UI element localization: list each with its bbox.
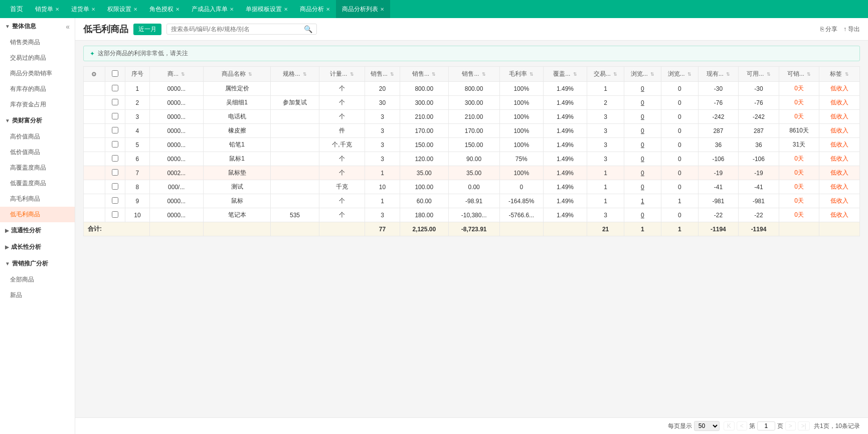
cell-browse1-1[interactable]: 0 [624,96,661,110]
cell-check-6[interactable] [105,166,125,180]
next-page-button[interactable]: > [785,421,796,430]
cell-check-9[interactable] [105,208,125,222]
last-page-button[interactable]: >| [798,421,810,430]
nav-role-close[interactable]: ✕ [176,7,180,12]
nav-permission[interactable]: 权限设置 ✕ [101,0,143,18]
nav-purchase-close[interactable]: ✕ [91,7,95,12]
sidebar-item-high-coverage[interactable]: 高覆盖度商品 [0,160,75,176]
th-spec[interactable]: 规格... ⇅ [271,67,319,82]
row-check-7[interactable] [112,183,118,190]
row-check-6[interactable] [112,169,118,176]
nav-analysis[interactable]: 商品分析 ✕ [294,0,336,18]
sidebar-item-low-value[interactable]: 低价值商品 [0,144,75,160]
th-check[interactable] [105,67,125,82]
sidebar-item-low-coverage[interactable]: 低覆盖度商品 [0,176,75,191]
cell-check-5[interactable] [105,152,125,166]
collapse-icon[interactable]: « [66,23,70,31]
sidebar-item-high-value[interactable]: 高价值商品 [0,129,75,144]
time-filter-button[interactable]: 近一月 [133,24,161,35]
cell-no-6: 7 [125,166,149,180]
nav-analysis-list-close[interactable]: ✕ [380,7,384,12]
row-check-3[interactable] [112,127,118,133]
sidebar-group-marketing[interactable]: ▼ 营销推广分析 [0,255,75,272]
th-browse1[interactable]: 浏览... ⇅ [624,67,661,82]
cell-browse1-4[interactable]: 0 [624,138,661,152]
sidebar-item-sales-goods[interactable]: 销售类商品 [0,35,75,50]
th-sales-amt[interactable]: 销售... ⇅ [448,67,499,82]
nav-analysis-list[interactable]: 商品分析列表 ✕ [336,0,390,18]
nav-product-inbound-close[interactable]: ✕ [230,7,234,12]
sidebar-item-stock-goods[interactable]: 有库存的商品 [0,81,75,97]
row-check-8[interactable] [112,197,118,204]
prev-page-button[interactable]: < [737,421,747,430]
cell-browse1-9[interactable]: 0 [624,208,661,222]
export-button[interactable]: ↑ 导出 [843,25,860,34]
page-size-select[interactable]: 50 10 20 100 [694,421,720,431]
share-button[interactable]: ⎘ 分享 [820,25,837,34]
cell-browse1-5[interactable]: 0 [624,152,661,166]
th-tag[interactable]: 标签 ⇅ [819,67,860,82]
nav-purchase[interactable]: 进货单 ✕ [65,0,101,18]
page-number-input[interactable] [757,421,775,430]
cell-check-0[interactable] [105,82,125,96]
cell-check-8[interactable] [105,194,125,208]
th-trade[interactable]: 交易... ⇅ [587,67,624,82]
cell-browse1-7[interactable]: 0 [624,180,661,194]
nav-permission-close[interactable]: ✕ [133,7,137,12]
sidebar-group-wealth[interactable]: ▼ 类财富分析 [0,112,75,129]
row-check-5[interactable] [112,155,118,162]
row-check-1[interactable] [112,99,118,105]
row-check-4[interactable] [112,141,118,148]
row-check-9[interactable] [112,211,118,218]
cell-browse1-2[interactable]: 0 [624,110,661,124]
cell-check-1[interactable] [105,96,125,110]
th-available[interactable]: 可用... ⇅ [739,67,779,82]
first-page-button[interactable]: K [724,421,735,430]
sidebar-item-stock-funds[interactable]: 库存资金占用 [0,97,75,112]
nav-sales[interactable]: 销货单 ✕ [29,0,65,18]
cell-no-8: 9 [125,194,149,208]
nav-template-close[interactable]: ✕ [284,7,288,12]
cell-browse1-0[interactable]: 0 [624,82,661,96]
nav-sales-close[interactable]: ✕ [55,7,59,12]
check-all[interactable] [112,70,118,77]
sidebar-item-low-margin[interactable]: 低毛利商品 [0,207,75,222]
cell-browse1-3[interactable]: 0 [624,124,661,138]
cell-check-2[interactable] [105,110,125,124]
cell-browse1-6[interactable]: 0 [624,166,661,180]
th-saleable[interactable]: 可销... ⇅ [779,67,819,82]
cell-check-7[interactable] [105,180,125,194]
th-code[interactable]: 商... ⇅ [149,67,203,82]
th-current[interactable]: 现有... ⇅ [698,67,739,82]
nav-template[interactable]: 单据模板设置 ✕ [240,0,294,18]
cell-spec-8 [271,194,319,208]
summary-amt: -8,723.91 [448,222,499,236]
sidebar-item-new-goods[interactable]: 新品 [0,287,75,303]
sidebar-item-all-goods[interactable]: 全部商品 [0,272,75,287]
nav-role[interactable]: 角色授权 ✕ [143,0,186,18]
th-coverage[interactable]: 覆盖... ⇅ [543,67,587,82]
nav-analysis-close[interactable]: ✕ [326,7,330,12]
sidebar-group-growth[interactable]: ▶ 成长性分析 [0,239,75,255]
th-browse2[interactable]: 浏览... ⇅ [661,67,698,82]
cell-settings-3 [84,124,105,138]
row-check-0[interactable] [112,85,118,91]
th-settings[interactable]: ⚙ [84,67,105,82]
th-name[interactable]: 商品名称 ⇅ [203,67,270,82]
row-check-2[interactable] [112,113,118,119]
cell-check-3[interactable] [105,124,125,138]
nav-product-inbound[interactable]: 产成品入库单 ✕ [186,0,240,18]
sidebar-group-overall[interactable]: ▼ 整体信息 « [0,18,75,35]
sidebar-item-traded-goods[interactable]: 交易过的商品 [0,50,75,66]
th-sales-qty[interactable]: 销售... ⇅ [365,67,400,82]
cell-check-4[interactable] [105,138,125,152]
nav-home[interactable]: 首页 [4,0,29,18]
cell-browse1-8[interactable]: 1 [624,194,661,208]
th-gross-rate[interactable]: 毛利率 ⇅ [499,67,543,82]
sidebar-item-category-rate[interactable]: 商品分类助销率 [0,66,75,81]
sidebar-item-high-margin[interactable]: 高毛利商品 [0,191,75,207]
sidebar-group-liquidity[interactable]: ▶ 流通性分析 [0,222,75,239]
th-unit[interactable]: 计量... ⇅ [319,67,365,82]
search-input[interactable] [171,26,304,33]
th-sales-price[interactable]: 销售... ⇅ [400,67,448,82]
